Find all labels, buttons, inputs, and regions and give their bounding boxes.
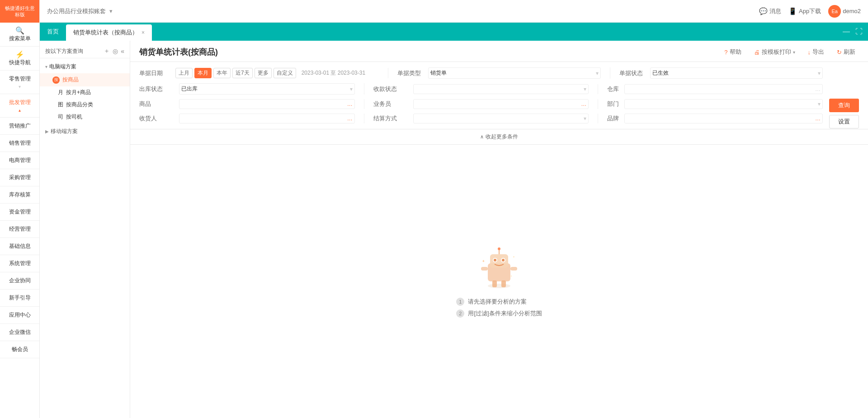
sidebar-item-finance[interactable]: 资金管理 <box>0 204 39 221</box>
svg-rect-10 <box>510 267 517 271</box>
goods-dots-icon[interactable]: … <box>347 101 353 107</box>
date-label: 单据日期 <box>139 69 175 77</box>
print-dropdown-icon: ▾ <box>793 50 795 55</box>
salesman-dots-icon[interactable]: … <box>581 101 586 107</box>
collapse-panel-btn[interactable]: « <box>121 48 124 55</box>
salesman-input[interactable]: … <box>413 99 589 109</box>
avatar: Ea <box>828 5 841 18</box>
sidebar-item-sysadmin[interactable]: 系统管理 <box>0 255 39 272</box>
tab-bar-actions: — ⛶ <box>841 26 868 38</box>
sidebar-item-sales[interactable]: 销售管理 <box>0 135 39 152</box>
warehouse-label: 仓库 <box>607 85 621 93</box>
query-btn[interactable]: 查询 <box>829 99 859 112</box>
app-download-btn[interactable]: 📱 App下载 <box>788 7 821 15</box>
scheme-item-by-goods[interactable]: 按 按商品 <box>40 73 130 86</box>
receiver-dots-icon[interactable]: … <box>347 115 353 122</box>
settle-select[interactable]: ▾ <box>413 114 589 124</box>
user-profile-btn[interactable]: Ea demo2 <box>828 5 861 18</box>
settle-label: 结算方式 <box>373 114 410 123</box>
svg-point-6 <box>502 259 505 261</box>
mobile-group: ▶ 移动端方案 <box>40 125 130 138</box>
app-logo: 畅捷通好生意 标版 <box>0 0 39 23</box>
sidebar-item-wechat[interactable]: 企业微信 <box>0 324 39 341</box>
sidebar-item-appcenter[interactable]: 应用中心 <box>0 307 39 324</box>
settings-btn[interactable]: 设置 <box>829 115 859 128</box>
warehouse-status-dropdown-icon: ▾ <box>350 86 353 92</box>
svg-point-5 <box>494 259 496 261</box>
filter-row-1: 单据日期 上月 本月 本年 近7天 更多 自定义 2023-03-01 至 20… <box>139 67 859 79</box>
page-title: 销货单统计表(按商品) <box>139 47 218 57</box>
shortcut-last-7days[interactable]: 近7天 <box>232 68 253 78</box>
shortcut-custom[interactable]: 自定义 <box>274 68 296 78</box>
tab-home[interactable]: 首页 <box>40 23 66 41</box>
help-btn[interactable]: ? 帮助 <box>721 46 745 58</box>
sidebar-item-member[interactable]: 畅会员 <box>0 341 39 358</box>
goods-input[interactable]: … <box>179 99 355 109</box>
sidebar-item-quicknav[interactable]: ⚡ 快捷导航 <box>0 47 39 71</box>
sidebar: 畅捷通好生意 标版 🔍 搜索菜单 ⚡ 快捷导航 零售管理 ▾ 批发管理 ▴ 营销… <box>0 0 40 418</box>
sidebar-item-search[interactable]: 🔍 搜索菜单 <box>0 23 39 47</box>
sidebar-item-inventory[interactable]: 库存核算 <box>0 186 39 204</box>
doc-status-select[interactable]: 已生效 ▾ <box>650 67 823 79</box>
export-btn[interactable]: ↓ 导出 <box>804 46 828 58</box>
shortcut-more[interactable]: 更多 <box>255 68 272 78</box>
header-left: 办公用品行业模拟账套 ▾ <box>47 7 113 15</box>
chevron-down-icon: ▾ <box>45 64 47 69</box>
tab-maximize-btn[interactable]: ⛶ <box>854 26 864 38</box>
svg-point-0 <box>488 284 510 288</box>
logo-line2: 标版 <box>15 11 25 18</box>
main-area: 办公用品行业模拟账套 ▾ 💬 消息 📱 App下载 Ea demo2 首页 <box>40 0 868 418</box>
chevron-icon: ▾ <box>19 84 21 89</box>
sidebar-item-marketing[interactable]: 营销推广 <box>0 118 39 135</box>
svg-point-8 <box>498 247 500 250</box>
message-btn[interactable]: 💬 消息 <box>759 7 781 15</box>
sidebar-item-retail[interactable]: 零售管理 ▾ <box>0 71 39 94</box>
tab-close-btn[interactable]: × <box>142 29 145 36</box>
sidebar-item-collab[interactable]: 企业协同 <box>0 272 39 290</box>
subtitle-dropdown-icon[interactable]: ▾ <box>109 8 113 14</box>
dept-select[interactable]: ▾ <box>624 99 823 109</box>
collapse-bar[interactable]: ∧ 收起更多条件 <box>130 129 868 145</box>
brand-label: 品牌 <box>607 114 621 123</box>
warehouse-status-label: 出库状态 <box>139 85 175 93</box>
receiver-input[interactable]: … <box>179 114 355 124</box>
doc-type-dropdown-icon: ▾ <box>596 70 599 76</box>
dept-label: 部门 <box>607 100 621 108</box>
refresh-btn[interactable]: ↻ 刷新 <box>833 46 859 58</box>
scheme-item-category[interactable]: 图 按商品分类 <box>40 99 130 111</box>
print-btn[interactable]: 🖨 按模板打印 ▾ <box>750 46 799 58</box>
sidebar-item-purchase[interactable]: 采购管理 <box>0 169 39 186</box>
payment-status-select[interactable]: ▾ <box>413 84 589 94</box>
svg-text:✦: ✦ <box>513 256 515 258</box>
doc-type-select[interactable]: 销货单 ▾ <box>428 67 601 79</box>
add-scheme-btn[interactable]: ＋ <box>104 47 110 55</box>
export-icon: ↓ <box>808 49 811 56</box>
payment-status-label: 收款状态 <box>373 85 410 93</box>
message-icon: 💬 <box>759 7 768 15</box>
brand-input[interactable]: … <box>624 114 823 124</box>
empty-state: ✦ ✦ ✦ 1 请先选择要分析的方案 2 用[过滤]条件来缩小分析范围 <box>130 145 868 418</box>
scheme-item-driver[interactable]: 司 按司机 <box>40 111 130 123</box>
scheme-item-month-goods[interactable]: 月 按月+商品 <box>40 86 130 99</box>
tab-minimize-btn[interactable]: — <box>841 26 852 38</box>
sidebar-item-operations[interactable]: 经营管理 <box>0 221 39 238</box>
brand-dots-icon[interactable]: … <box>815 115 821 122</box>
mobile-group-header[interactable]: ▶ 移动端方案 <box>40 125 130 138</box>
shortcut-last-month[interactable]: 上月 <box>175 68 193 78</box>
settings-scheme-btn[interactable]: ◎ <box>113 48 118 55</box>
sidebar-item-wholesale[interactable]: 批发管理 ▴ <box>0 94 39 118</box>
sidebar-item-newuser[interactable]: 新手引导 <box>0 290 39 307</box>
chevron-right-icon: ▶ <box>45 129 49 134</box>
salesman-label: 业务员 <box>373 100 410 108</box>
desktop-group-header[interactable]: ▾ 电脑端方案 <box>40 60 130 73</box>
sidebar-item-basicinfo[interactable]: 基础信息 <box>0 238 39 255</box>
tab-sales-stats[interactable]: 销货单统计表（按商品） × <box>66 24 152 41</box>
warehouse-status-select[interactable]: 已出库 ▾ <box>179 83 355 95</box>
shortcut-this-year[interactable]: 本年 <box>213 68 231 78</box>
warehouse-input[interactable]: … <box>624 84 823 94</box>
filter-row-3: 商品 … 业务员 … 部门 <box>139 99 859 109</box>
filter-row-2: 出库状态 已出库 ▾ 收款状态 ▾ 仓库 <box>139 83 859 95</box>
sidebar-item-ecommerce[interactable]: 电商管理 <box>0 152 39 169</box>
shortcut-this-month[interactable]: 本月 <box>194 68 212 78</box>
svg-rect-11 <box>492 280 497 287</box>
